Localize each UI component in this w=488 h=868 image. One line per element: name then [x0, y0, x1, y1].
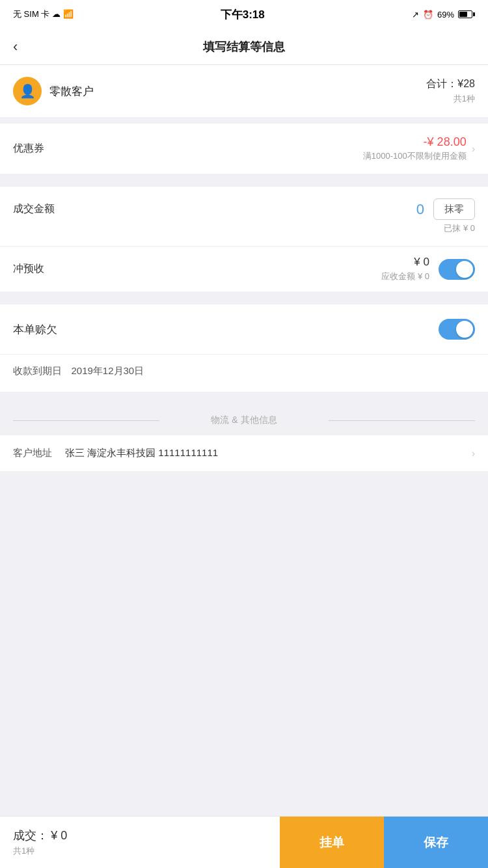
- logistics-separator: 物流 & 其他信息: [0, 405, 488, 435]
- bottom-deal: 成交： ¥ 0: [13, 828, 267, 843]
- amount-row: 成交金额 0 抹零: [13, 198, 475, 220]
- coupon-amount: -¥ 28.00: [363, 135, 467, 149]
- section-separator: [0, 180, 488, 187]
- status-bar: 无 SIM 卡 ☁ 📶 下午3:18 ↗ ⏰ 69%: [0, 0, 488, 29]
- customer-avatar: 👤: [13, 77, 42, 105]
- section-separator-2: [0, 298, 488, 305]
- transaction-label: 成交金额: [13, 202, 55, 216]
- bottom-bar: 成交： ¥ 0 共1种 挂单 保存: [0, 816, 488, 868]
- transaction-value: 0: [416, 201, 424, 218]
- save-button[interactable]: 保存: [384, 817, 488, 869]
- transaction-section: 成交金额 0 抹零 已抹 ¥ 0: [0, 187, 488, 246]
- address-label: 客户地址: [13, 447, 59, 459]
- transaction-sub: 已抹 ¥ 0: [13, 223, 475, 234]
- round-button[interactable]: 抹零: [433, 198, 475, 220]
- customer-name: 零散客户: [49, 84, 94, 99]
- battery-percent: 69%: [437, 10, 454, 20]
- coupon-right: -¥ 28.00 满1000-100不限制使用金额 ›: [363, 135, 475, 162]
- total-amount: 合计：¥28: [426, 77, 475, 91]
- deal-label: 成交：: [13, 829, 48, 842]
- debt-label: 本单赊欠: [13, 322, 57, 337]
- due-label: 收款到期日: [13, 365, 62, 376]
- coupon-desc: 满1000-100不限制使用金额: [363, 150, 467, 162]
- address-value: 张三 海淀永丰科技园 11111111111: [65, 447, 472, 459]
- debt-card: 本单赊欠 收款到期日 2019年12月30日: [0, 305, 488, 392]
- deal-amount: ¥ 0: [51, 829, 67, 842]
- status-right: ↗ ⏰ 69%: [412, 10, 475, 20]
- alarm-icon: ⏰: [423, 10, 433, 20]
- nav-bar: ‹ 填写结算等信息: [0, 29, 488, 65]
- coupon-row[interactable]: 优惠券 -¥ 28.00 满1000-100不限制使用金额 ›: [0, 124, 488, 174]
- address-card[interactable]: 客户地址 张三 海淀永丰科技园 11111111111 ›: [0, 435, 488, 471]
- due-date-row: 收款到期日 2019年12月30日: [0, 354, 488, 392]
- debt-row: 本单赊欠: [0, 305, 488, 354]
- prepay-right: ¥ 0 应收金额 ¥ 0: [381, 256, 475, 282]
- customer-card: 👤 零散客户 合计：¥28 共1种: [0, 65, 488, 117]
- customer-right: 合计：¥28 共1种: [426, 77, 475, 105]
- coupon-card[interactable]: 优惠券 -¥ 28.00 满1000-100不限制使用金额 ›: [0, 124, 488, 174]
- transaction-card: 成交金额 0 抹零 已抹 ¥ 0 冲预收 ¥ 0 应收金额 ¥ 0: [0, 187, 488, 292]
- due-date: 2019年12月30日: [71, 365, 144, 376]
- address-row[interactable]: 客户地址 张三 海淀永丰科技园 11111111111 ›: [0, 435, 488, 471]
- customer-row: 👤 零散客户 合计：¥28 共1种: [0, 65, 488, 117]
- prepay-sub: 应收金额 ¥ 0: [381, 271, 429, 282]
- battery-icon: [458, 10, 475, 18]
- content: 👤 零散客户 合计：¥28 共1种 优惠券 -¥ 28.00 满1000-100…: [0, 65, 488, 666]
- debt-toggle[interactable]: [439, 319, 475, 340]
- location-icon: ↗: [412, 10, 419, 20]
- logistics-text: 物流 & 其他信息: [211, 414, 277, 425]
- bottom-info: 成交： ¥ 0 共1种: [0, 828, 280, 857]
- coupon-label: 优惠券: [13, 142, 44, 156]
- status-left: 无 SIM 卡 ☁ 📶: [13, 8, 74, 20]
- page-title: 填写结算等信息: [203, 39, 285, 55]
- section-separator-3: [0, 398, 488, 405]
- prepay-toggle[interactable]: [439, 259, 475, 280]
- empty-space: [0, 478, 488, 608]
- coupon-info: -¥ 28.00 满1000-100不限制使用金额: [363, 135, 467, 162]
- address-chevron-icon: ›: [472, 448, 475, 459]
- prepay-row: 冲预收 ¥ 0 应收金额 ¥ 0: [0, 246, 488, 292]
- avatar-icon: 👤: [20, 83, 36, 99]
- status-time: 下午3:18: [221, 7, 265, 22]
- prepay-label: 冲预收: [13, 262, 44, 276]
- back-button[interactable]: ‹: [13, 38, 18, 55]
- hold-button[interactable]: 挂单: [280, 817, 384, 869]
- amount-right: 0 抹零: [416, 198, 475, 220]
- bottom-count: 共1种: [13, 845, 267, 857]
- prepay-main: ¥ 0: [381, 256, 429, 269]
- prepay-amounts: ¥ 0 应收金额 ¥ 0: [381, 256, 429, 282]
- customer-left: 👤 零散客户: [13, 77, 94, 105]
- total-count: 共1种: [426, 93, 475, 105]
- chevron-icon: ›: [472, 143, 475, 155]
